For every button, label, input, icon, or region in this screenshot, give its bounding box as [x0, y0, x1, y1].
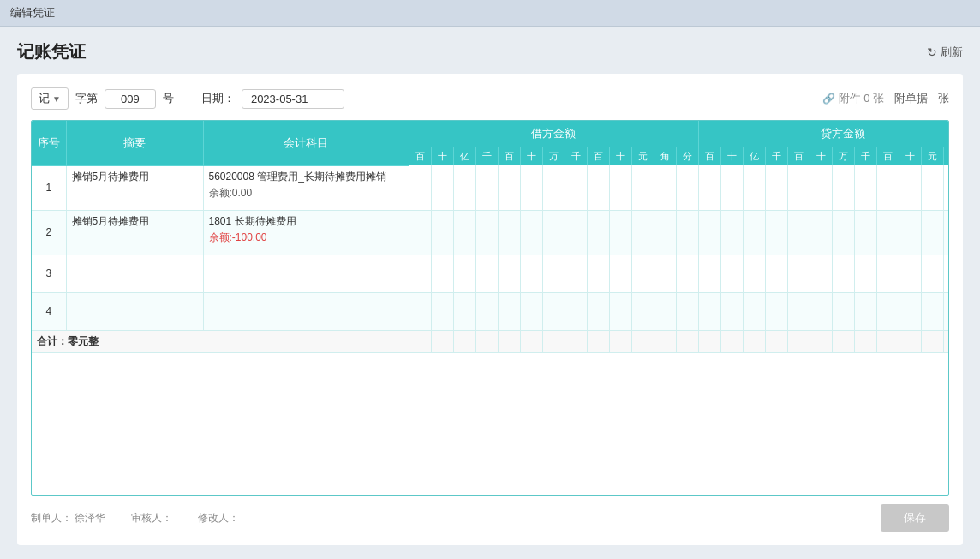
- attach-label: 附件 0 张: [839, 91, 884, 106]
- auditor-label: 审核人：: [131, 512, 172, 524]
- row-seq-3: 3: [32, 255, 66, 292]
- table-wrapper: 序号 摘要 会计科目 借方金额 贷方金额 百 十 亿: [32, 121, 948, 495]
- th-debit-wan: 万: [542, 147, 565, 166]
- table-row: 4: [32, 292, 948, 330]
- creator-name: 徐泽华: [75, 512, 105, 524]
- modifier-label: 修改人：: [198, 512, 239, 524]
- th-summary: 摘要: [66, 121, 203, 165]
- refresh-button[interactable]: ↻ 刷新: [927, 45, 963, 60]
- th-debit-shi1: 十: [431, 147, 453, 166]
- th-credit-shi2: 十: [810, 147, 832, 166]
- attach-button[interactable]: 🔗 附件 0 张: [822, 91, 884, 106]
- row-account-1[interactable]: 56020008 管理费用_长期待摊费用摊销 余额:0.00: [203, 165, 409, 210]
- row-summary-2[interactable]: 摊销5月待摊费用: [66, 210, 203, 255]
- row-account-4[interactable]: [203, 292, 409, 330]
- th-debit-qian2: 千: [565, 147, 587, 166]
- th-debit-yi: 亿: [453, 147, 475, 166]
- row-seq-4: 4: [32, 292, 66, 330]
- voucher-type-button[interactable]: 记 ▼: [31, 87, 69, 110]
- th-debit-shi2: 十: [520, 147, 542, 166]
- th-credit-jiao: 角: [943, 147, 948, 166]
- table-row: 2 摊销5月待摊费用 1801 长期待摊费用 余额:-100.00: [32, 210, 948, 255]
- th-debit: 借方金额: [409, 121, 698, 147]
- row-summary-1[interactable]: 摊销5月待摊费用: [66, 165, 203, 210]
- hao-label: 号: [163, 91, 174, 106]
- creator-label: 制单人：: [31, 512, 72, 524]
- refresh-label: 刷新: [941, 45, 963, 60]
- th-debit-shi3: 十: [609, 147, 631, 166]
- table-row: 1 摊销5月待摊费用 56020008 管理费用_长期待摊费用摊销 余额:0.0…: [32, 165, 948, 210]
- table-container: 序号 摘要 会计科目 借方金额 贷方金额 百 十 亿: [31, 120, 949, 496]
- save-button[interactable]: 保存: [881, 504, 949, 532]
- th-credit-qian1: 千: [765, 147, 787, 166]
- window: 编辑凭证 记账凭证 ↻ 刷新 记 ▼ 字第 号 日期：: [0, 0, 980, 559]
- total-row: 合计：零元整: [32, 330, 948, 352]
- th-seq: 序号: [32, 121, 66, 165]
- table-row: 3: [32, 255, 948, 292]
- th-credit-bai3: 百: [876, 147, 899, 166]
- zhang-label: 张: [938, 91, 949, 106]
- voucher-header: 记 ▼ 字第 号 日期： 🔗 附件 0 张 附单据 张: [31, 87, 949, 110]
- th-debit-fen: 分: [676, 147, 698, 166]
- th-debit-qian1: 千: [475, 147, 498, 166]
- th-credit-yuan: 元: [921, 147, 943, 166]
- th-credit: 贷方金额: [698, 121, 948, 147]
- th-credit-shi1: 十: [720, 147, 743, 166]
- th-credit-bai2: 百: [787, 147, 810, 166]
- voucher-type-label: 记: [39, 91, 50, 106]
- card: 记 ▼ 字第 号 日期： 🔗 附件 0 张 附单据 张: [17, 74, 963, 545]
- row-summary-4[interactable]: [66, 292, 203, 330]
- footer-info: 制单人： 徐泽华 审核人： 修改人：: [31, 511, 881, 526]
- page-header: 记账凭证 ↻ 刷新: [17, 40, 963, 63]
- th-credit-bai1: 百: [698, 147, 720, 166]
- modifier-info: 修改人：: [198, 511, 239, 526]
- creator-info: 制单人： 徐泽华: [31, 511, 105, 526]
- th-account: 会计科目: [203, 121, 409, 165]
- th-debit-jiao: 角: [654, 147, 676, 166]
- th-debit-bai3: 百: [587, 147, 609, 166]
- date-input[interactable]: [242, 89, 344, 109]
- row-seq-1: 1: [32, 165, 66, 210]
- row-account-2[interactable]: 1801 长期待摊费用 余额:-100.00: [203, 210, 409, 255]
- main-content: 记账凭证 ↻ 刷新 记 ▼ 字第 号 日期： 🔗: [0, 27, 980, 559]
- th-debit-bai2: 百: [498, 147, 520, 166]
- th-credit-shi3: 十: [899, 147, 921, 166]
- link-icon: 🔗: [822, 93, 835, 105]
- window-title: 编辑凭证: [10, 6, 55, 19]
- th-credit-qian2: 千: [854, 147, 876, 166]
- total-label: 合计：零元整: [32, 330, 409, 352]
- th-credit-yi: 亿: [743, 147, 765, 166]
- voucher-number-input[interactable]: [105, 89, 156, 109]
- page-title: 记账凭证: [17, 40, 86, 63]
- dropdown-arrow-icon: ▼: [52, 94, 61, 104]
- row-account-3[interactable]: [203, 255, 409, 292]
- th-credit-wan: 万: [832, 147, 854, 166]
- zi-label: 字第: [75, 91, 98, 106]
- single-doc-button[interactable]: 附单据: [894, 91, 928, 106]
- row-summary-3[interactable]: [66, 255, 203, 292]
- th-debit-yuan: 元: [631, 147, 654, 166]
- th-debit-bai1: 百: [409, 147, 431, 166]
- right-controls: 🔗 附件 0 张 附单据 张: [822, 91, 949, 106]
- row-seq-2: 2: [32, 210, 66, 255]
- voucher-table: 序号 摘要 会计科目 借方金额 贷方金额 百 十 亿: [32, 121, 948, 353]
- date-label: 日期：: [201, 91, 235, 106]
- footer-bar: 制单人： 徐泽华 审核人： 修改人： 保存: [31, 504, 949, 532]
- auditor-info: 审核人：: [131, 511, 172, 526]
- refresh-icon: ↻: [927, 45, 937, 59]
- titlebar: 编辑凭证: [0, 0, 980, 27]
